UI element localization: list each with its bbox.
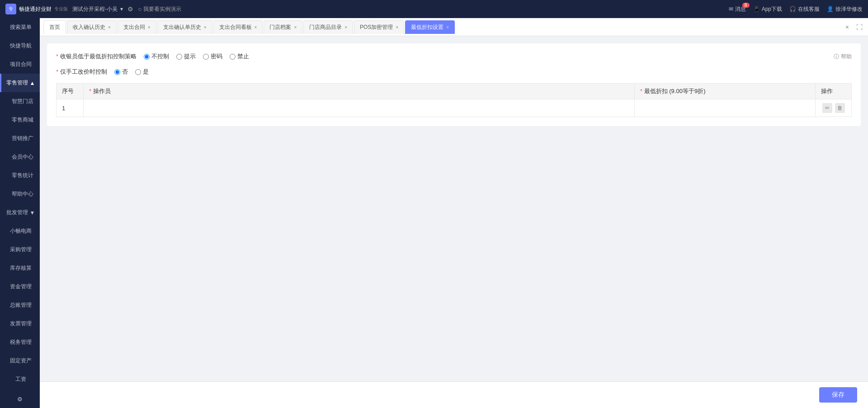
online-service-btn[interactable]: 🎧 在线客服	[789, 5, 820, 13]
marketing-label: 营销推广	[9, 135, 36, 142]
radio-password[interactable]	[203, 54, 209, 60]
option-forbid[interactable]: 禁止	[230, 52, 249, 61]
tab-min-discount[interactable]: 最低折扣设置 ×	[405, 20, 455, 34]
discount-strategy-row: 收银员低于最低折扣控制策略 不控制 提示 密码	[56, 52, 852, 61]
table-body: 1 ✏ 🗑	[57, 99, 852, 117]
project-dropdown-icon[interactable]: ▾	[120, 6, 123, 12]
headset-icon: 🎧	[789, 6, 796, 12]
wholesale-label: 批发管理	[6, 209, 28, 216]
sidebar-item-inventory[interactable]: 库存核算	[0, 259, 40, 277]
tab-expense-confirm-history-close[interactable]: ×	[204, 25, 207, 30]
footer-bar: 保存	[40, 381, 868, 408]
page-content: 收银员低于最低折扣控制策略 不控制 提示 密码	[40, 36, 868, 381]
tab-min-discount-close[interactable]: ×	[446, 25, 449, 30]
option-password[interactable]: 密码	[203, 52, 222, 61]
sidebar-item-wholesale[interactable]: 批发管理 ▼	[0, 203, 40, 222]
online-store-label: 零售商城	[9, 116, 36, 124]
tab-income-history-close[interactable]: ×	[108, 25, 111, 30]
project-selector[interactable]: 测试分开采程-小吴 ▾	[72, 5, 123, 13]
tab-income-history[interactable]: 收入确认历史 ×	[67, 20, 117, 34]
radio-prompt[interactable]	[176, 54, 182, 60]
edit-icon[interactable]: ✏	[822, 103, 832, 113]
radio-no-control[interactable]	[144, 54, 150, 60]
tab-pos-encrypt-label: POS加密管理	[360, 23, 393, 31]
delete-icon[interactable]: 🗑	[835, 103, 845, 113]
save-button[interactable]: 保存	[819, 387, 857, 403]
topbar-right: ✉ 消息 8 📱 App下载 🎧 在线客服 👤 徐泽华修改	[729, 5, 863, 13]
tab-expense-contract-close[interactable]: ×	[148, 25, 151, 30]
sidebar-item-ecommerce[interactable]: 小畅电商	[0, 222, 40, 240]
sidebar-item-shortcuts[interactable]: 快捷导航	[0, 37, 40, 55]
col-discount-header: 最低折扣 (9.00等于9折)	[635, 84, 816, 99]
demo-link[interactable]: ○ 我要看实例演示	[138, 5, 181, 13]
tab-expense-confirm-history[interactable]: 支出确认单历史 ×	[157, 20, 212, 34]
help-label: 帮助中心	[9, 190, 36, 198]
app-logo: 专 畅捷通好业财 专业版	[5, 4, 68, 14]
sidebar-item-help[interactable]: 帮助中心	[0, 185, 40, 203]
col-seq-header: 序号	[57, 84, 84, 99]
tab-pos-encrypt[interactable]: POS加密管理 ×	[354, 20, 404, 34]
settings-panel: 收银员低于最低折扣控制策略 不控制 提示 密码	[47, 43, 861, 126]
sidebar-item-member[interactable]: 会员中心	[0, 148, 40, 166]
settings-icon[interactable]: ⚙	[127, 5, 133, 13]
phone-icon: 📱	[753, 6, 760, 12]
tab-store-products-close[interactable]: ×	[344, 25, 347, 30]
purchase-label: 采购管理	[5, 246, 36, 253]
sidebar-item-project[interactable]: 项目合同	[0, 55, 40, 74]
sidebar-item-smart-store[interactable]: 智慧门店	[0, 92, 40, 111]
close-tab-icon[interactable]: ×	[844, 22, 851, 33]
tab-expense-contract[interactable]: 支出合同 ×	[118, 20, 156, 34]
tax-label: 税务管理	[5, 338, 36, 346]
retail-stats-label: 零售统计	[9, 172, 36, 179]
tab-store-file-close[interactable]: ×	[294, 25, 297, 30]
help-button[interactable]: ⓘ 帮助	[834, 53, 852, 61]
logo-icon: 专	[5, 4, 16, 14]
option-no-control[interactable]: 不控制	[144, 52, 169, 61]
tab-home-label: 首页	[49, 23, 60, 31]
radio-yes[interactable]	[135, 69, 141, 75]
sidebar-settings-btn[interactable]: ⚙	[0, 390, 40, 408]
sidebar-item-search[interactable]: 搜索菜单	[0, 18, 40, 37]
tab-expense-board-close[interactable]: ×	[255, 25, 257, 30]
user-menu[interactable]: 👤 徐泽华修改	[827, 5, 863, 13]
maximize-icon[interactable]: ⛶	[854, 22, 864, 33]
no-control-label: 不控制	[151, 52, 169, 61]
sidebar-item-tax[interactable]: 税务管理	[0, 333, 40, 352]
sidebar-item-payroll[interactable]: 工资	[0, 370, 40, 389]
demo-label: 我要看实例演示	[143, 5, 181, 13]
sidebar-item-purchase[interactable]: 采购管理	[0, 240, 40, 259]
sidebar-item-marketing[interactable]: 营销推广	[0, 129, 40, 148]
tab-store-file-label: 门店档案	[269, 23, 291, 31]
sidebar-item-retail[interactable]: 零售管理 ▲	[0, 74, 40, 92]
help-icon: ⓘ	[834, 53, 839, 61]
option-prompt[interactable]: 提示	[176, 52, 196, 61]
sidebar-item-invoice[interactable]: 发票管理	[0, 314, 40, 333]
payroll-label: 工资	[5, 375, 36, 383]
message-btn[interactable]: ✉ 消息 8	[729, 5, 746, 13]
tab-pos-encrypt-close[interactable]: ×	[396, 25, 398, 30]
no-label: 否	[122, 68, 128, 76]
sidebar-item-online-store[interactable]: 零售商城	[0, 111, 40, 129]
edition-label: 专业版	[54, 6, 68, 12]
radio-forbid[interactable]	[230, 54, 236, 60]
sidebar-item-fixed-assets[interactable]: 固定资产	[0, 352, 40, 370]
radio-no[interactable]	[114, 69, 120, 75]
tab-store-products[interactable]: 门店商品目录 ×	[303, 20, 353, 34]
manual-control-row: 仅手工改价时控制 否 是	[56, 68, 852, 76]
ledger-label: 总账管理	[5, 301, 36, 309]
tab-expense-board[interactable]: 支出合同看板 ×	[213, 20, 263, 34]
sidebar-item-retail-stats[interactable]: 零售统计	[0, 166, 40, 185]
sidebar-item-finance[interactable]: 资金管理	[0, 277, 40, 296]
tab-home[interactable]: 首页	[43, 20, 66, 34]
row-discount	[635, 99, 816, 117]
tab-store-file[interactable]: 门店档案 ×	[264, 20, 302, 34]
option-yes[interactable]: 是	[135, 68, 149, 76]
option-no[interactable]: 否	[114, 68, 128, 76]
discount-table: 序号 操作员 最低折扣 (9.00等于9折) 操作 1	[56, 83, 852, 117]
tab-min-discount-label: 最低折扣设置	[411, 23, 443, 31]
inventory-label: 库存核算	[5, 264, 36, 272]
sidebar-item-ledger[interactable]: 总账管理	[0, 296, 40, 314]
invoice-label: 发票管理	[5, 320, 36, 328]
app-download-btn[interactable]: 📱 App下载	[753, 5, 782, 13]
col-operator-header: 操作员	[84, 84, 635, 99]
